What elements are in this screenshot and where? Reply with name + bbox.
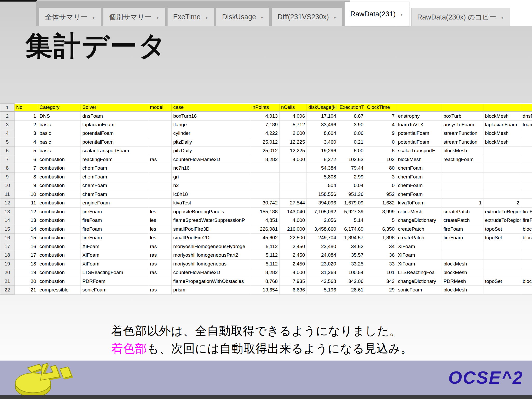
sheet-tab--[interactable]: 個別サマリー▼	[103, 8, 165, 26]
sheet-tab--[interactable]: 全体サマリー▼	[39, 8, 101, 26]
table-cell: 4,222	[251, 129, 280, 138]
table-cell: createPatch	[396, 225, 442, 234]
table-cell: 24,084	[307, 251, 338, 260]
notes-block: 着色部以外は、全自動取得できるようになりました。 着色部も、次回には自動取得出来…	[111, 322, 413, 357]
table-cell: ic8h18	[172, 190, 251, 199]
column-header	[521, 104, 532, 112]
table-cell: 7,189	[251, 120, 280, 129]
top-black-strip	[0, 0, 37, 2]
chevron-down-icon[interactable]: ▼	[501, 16, 504, 20]
table-cell: 5	[15, 147, 38, 155]
table-cell: 34	[365, 242, 396, 251]
table-cell: fireF	[521, 207, 532, 216]
table-cell: moriyoshiHomogeneousPart2	[172, 251, 251, 260]
table-cell: blockMesh	[442, 147, 483, 155]
table-cell: createPatch	[442, 207, 483, 216]
chevron-down-icon[interactable]: ▼	[205, 16, 208, 20]
table-cell: gri	[172, 172, 251, 181]
table-cell: 1,682	[365, 199, 396, 208]
table-cell: pitzDaily	[172, 147, 251, 155]
chevron-down-icon[interactable]: ▼	[92, 16, 95, 20]
table-cell	[148, 138, 172, 147]
table-cell: fireFoam	[442, 234, 483, 242]
data-table: 1NoCategorySolvermodelcasenPointsnCellsd…	[0, 103, 532, 295]
table-cell: les	[148, 207, 172, 216]
table-cell: 7	[365, 112, 396, 121]
table-cell: 25,012	[251, 138, 280, 147]
table-cell: blockMesh	[483, 112, 521, 121]
ocse-logo: OCSE^2	[448, 367, 523, 388]
chevron-down-icon[interactable]: ▼	[400, 12, 403, 17]
table-cell	[148, 164, 172, 173]
table-cell: 8	[365, 147, 396, 155]
table-cell: basic	[38, 147, 81, 155]
table-cell: compressible	[38, 286, 81, 295]
table-cell: 12	[15, 207, 38, 216]
table-cell: 3,458,660	[307, 225, 338, 234]
table-cell: smallPoolFire2D	[172, 234, 251, 242]
table-cell: smallPoolFire3D	[172, 225, 251, 234]
table-cell: 23,020	[307, 260, 338, 268]
table-cell: flange	[172, 120, 251, 129]
chevron-down-icon[interactable]: ▼	[260, 16, 264, 20]
table-cell: sonicFoam	[396, 286, 442, 295]
table-cell: 2,450	[280, 242, 307, 251]
table-cell: chemFoam	[81, 172, 148, 181]
row-number: 15	[0, 225, 15, 234]
sheet-tab-diskusage[interactable]: DiskUsage▼	[216, 8, 270, 26]
table-cell	[148, 120, 172, 129]
table-cell: 4	[15, 138, 38, 147]
table-cell: 100.54	[338, 268, 365, 277]
table-cell: 34.62	[338, 242, 365, 251]
table-cell: bloc	[521, 234, 532, 242]
table-cell: 4,851	[251, 216, 280, 225]
table-cell: 952	[365, 190, 396, 199]
sheet-tab-exetime[interactable]: ExeTime▼	[167, 8, 214, 26]
table-cell: topoSet	[483, 277, 521, 286]
table-cell: 0.04	[338, 181, 365, 190]
table-cell: 7,935	[280, 277, 307, 286]
table-cell: topoSet	[483, 234, 521, 242]
table-cell: changeDictionary	[396, 216, 442, 225]
table-cell: changeDictionary	[396, 277, 442, 286]
table-cell: counterFlowFlame2D	[172, 155, 251, 164]
table-cell	[442, 164, 483, 173]
table-cell	[442, 190, 483, 199]
tab-label: RawData(231)	[350, 10, 396, 18]
table-cell: 155,188	[251, 207, 280, 216]
table-cell: basic	[38, 120, 81, 129]
sheet-tab-rawdata-231-[interactable]: RawData(231)▼	[344, 2, 409, 26]
table-cell: combustion	[38, 199, 81, 208]
table-cell: fireFoam	[81, 207, 148, 216]
sheet-tab-rawdata-230x-[interactable]: RawData(230x) のコピー▼	[411, 8, 510, 26]
table-cell: 226,981	[251, 225, 280, 234]
table-row: 1514combustionfireFoamlessmallPoolFire3D…	[0, 225, 532, 234]
table-cell: blockMesh	[442, 268, 483, 277]
table-cell: DNS	[38, 112, 81, 121]
row-number: 5	[0, 138, 15, 147]
tab-label: Diff(231VS230x)	[277, 13, 329, 21]
table-cell: 5,112	[251, 251, 280, 260]
table-cell	[251, 172, 280, 181]
column-header: model	[148, 104, 172, 112]
table-cell: 4,000	[280, 155, 307, 164]
table-cell: 8,604	[307, 129, 338, 138]
note-line-2-highlight: 着色部	[111, 342, 147, 355]
row-number: 3	[0, 120, 15, 129]
row-number: 2	[0, 112, 15, 121]
chevron-down-icon[interactable]: ▼	[156, 16, 159, 20]
sheet-tab-diff-231vs230x-[interactable]: Diff(231VS230x)▼	[271, 8, 342, 26]
table-cell: 22,500	[280, 234, 307, 242]
table-cell: chemFoam	[396, 164, 442, 173]
table-cell: 4,913	[251, 112, 280, 121]
table-cell: 2.99	[338, 172, 365, 181]
table-cell	[483, 147, 521, 155]
table-cell: 2,056	[307, 216, 338, 225]
table-cell	[280, 190, 307, 199]
table-cell: combustion	[38, 216, 81, 225]
table-cell: 4,000	[280, 216, 307, 225]
table-cell	[251, 164, 280, 173]
table-cell: 23,480	[307, 242, 338, 251]
table-cell	[251, 181, 280, 190]
chevron-down-icon[interactable]: ▼	[333, 16, 337, 20]
